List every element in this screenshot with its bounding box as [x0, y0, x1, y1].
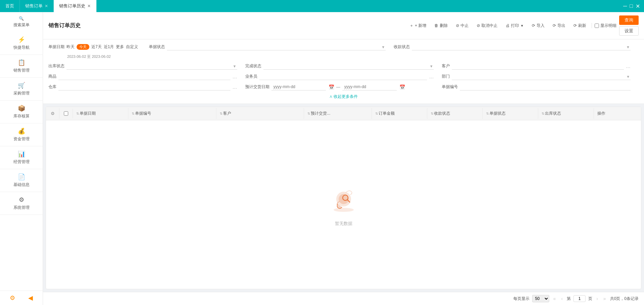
- warehouse-input[interactable]: [58, 83, 230, 90]
- delivery-date-to-input[interactable]: [342, 83, 397, 90]
- date-opt-today[interactable]: 今天: [77, 44, 89, 50]
- delivery-date-from-input[interactable]: [271, 83, 326, 90]
- show-detail-checkbox[interactable]: [595, 24, 599, 28]
- outbound-status-select[interactable]: [67, 63, 237, 70]
- th-date-icon: ⇅: [76, 112, 79, 115]
- select-all-checkbox[interactable]: [64, 111, 68, 116]
- sidebar-settings-icon[interactable]: ⚙: [10, 294, 15, 302]
- sidebar-item-base-info[interactable]: 📄 基础信息: [0, 169, 43, 192]
- sidebar-item-inventory[interactable]: 📦 库存核算: [0, 101, 43, 123]
- window-maximize-btn[interactable]: □: [630, 3, 633, 9]
- customer-input[interactable]: [452, 63, 624, 70]
- cancel-stop-button[interactable]: ⊘ 取消中止: [474, 22, 500, 30]
- th-settings[interactable]: ⚙: [46, 108, 59, 119]
- window-minimize-btn[interactable]: ─: [623, 3, 627, 9]
- salesperson-input[interactable]: [259, 73, 427, 80]
- customer-ellipsis-icon[interactable]: …: [626, 64, 631, 69]
- filter-goods-field: 商品 …: [48, 73, 237, 80]
- th-check[interactable]: [59, 109, 73, 118]
- th-delivery-label: 预计交货...: [311, 111, 330, 116]
- import-button[interactable]: ⟳ 导入: [529, 22, 547, 30]
- tab-sales-order-history[interactable]: 销售订单历史 ✕: [54, 0, 96, 12]
- filter-status-field: 单据状态 ▼: [149, 43, 386, 50]
- export-button[interactable]: ⟳ 导出: [550, 22, 568, 30]
- date-opt-7days[interactable]: 近7天: [91, 44, 102, 50]
- sidebar-item-system[interactable]: ⚙ 系统管理: [0, 192, 43, 215]
- tab-sales-order[interactable]: 销售订单 ✕: [20, 0, 54, 12]
- status-select[interactable]: [167, 43, 386, 50]
- import-icon: ⟳: [532, 23, 535, 28]
- th-customer[interactable]: ⇅ 客户: [216, 108, 304, 119]
- th-outbound-status[interactable]: ⇅ 出库状态: [538, 108, 594, 119]
- th-outbound-label: 出库状态: [545, 111, 561, 116]
- per-page-label: 每页显示: [513, 296, 529, 302]
- add-button[interactable]: ＋ + 新增: [407, 22, 429, 30]
- complete-status-select[interactable]: [263, 63, 434, 70]
- next-page-btn[interactable]: ›: [595, 295, 599, 302]
- refresh-icon: ⟳: [573, 23, 577, 28]
- delivery-date-to-cal-icon[interactable]: 📅: [399, 84, 405, 90]
- salesperson-label: 业务员: [245, 74, 257, 79]
- th-order-amount[interactable]: ⇅ 订单金额: [372, 108, 427, 119]
- sidebar-item-sales[interactable]: 📋 销售管理: [0, 55, 43, 78]
- tab-home-label: 首页: [5, 3, 14, 9]
- date-opt-1month[interactable]: 近1月: [104, 44, 114, 50]
- date-opt-custom[interactable]: 自定义: [126, 44, 138, 50]
- th-delivery-date[interactable]: ⇅ 预计交货...: [304, 108, 372, 119]
- delete-button[interactable]: 🗑 删除: [432, 22, 450, 30]
- th-date-label: 单据日期: [80, 111, 96, 116]
- page-input[interactable]: [573, 295, 586, 302]
- goods-input[interactable]: [58, 73, 230, 80]
- first-page-btn[interactable]: «: [552, 295, 557, 302]
- show-detail-label: 显示明细: [600, 23, 616, 29]
- date-opt-yesterday[interactable]: 昨天: [67, 44, 75, 50]
- last-page-btn[interactable]: »: [602, 295, 607, 302]
- sidebar-item-inventory-label: 库存核算: [13, 113, 30, 119]
- payment-status-select[interactable]: [412, 43, 631, 50]
- doc-no-input[interactable]: [460, 83, 631, 90]
- filter-salesperson-field: 业务员 …: [245, 73, 434, 80]
- warehouse-ellipsis-icon[interactable]: …: [232, 84, 237, 90]
- stop-button[interactable]: ⊘ 中止: [453, 22, 471, 30]
- th-doc-status[interactable]: ⇅ 单据状态: [483, 108, 538, 119]
- sidebar-item-purchase[interactable]: 🛒 采购管理: [0, 78, 43, 101]
- sidebar-item-finance[interactable]: 💰 资金管理: [0, 123, 43, 146]
- window-close-btn[interactable]: ✕: [636, 3, 640, 9]
- customer-label: 客户: [442, 63, 450, 69]
- th-payment-status[interactable]: ⇅ 收款状态: [427, 108, 483, 119]
- print-button[interactable]: 🖨 打印 ▼: [503, 22, 526, 30]
- settings-button[interactable]: 设置: [619, 26, 639, 36]
- sidebar-item-quick-nav[interactable]: ⚡ 快捷导航: [0, 32, 43, 55]
- tab-sales-order-history-close[interactable]: ✕: [87, 4, 91, 8]
- sidebar-search[interactable]: 🔍 搜索菜单: [0, 12, 43, 32]
- th-doc-no[interactable]: ⇅ 单据编号: [128, 108, 216, 119]
- tab-sales-order-close[interactable]: ✕: [45, 4, 48, 8]
- prev-page-btn[interactable]: ‹: [560, 295, 564, 302]
- goods-ellipsis-icon[interactable]: …: [232, 74, 237, 79]
- filter-date-field: 单据日期 昨天 今天 近7天 近1月 更多 自定义: [48, 44, 138, 50]
- payment-status-label: 收款状态: [394, 44, 410, 50]
- table-footer: 每页显示 10 20 50 100 « ‹ 第 页 › » 共0页，0条记录: [43, 292, 644, 305]
- complete-status-select-wrap: ▼: [263, 63, 434, 70]
- sidebar-collapse-icon[interactable]: ◀: [28, 294, 33, 302]
- salesperson-ellipsis-icon[interactable]: …: [429, 74, 434, 79]
- show-detail-checkbox-wrap[interactable]: 显示明细: [595, 23, 616, 29]
- refresh-button[interactable]: ⟳ 刷新: [571, 22, 589, 30]
- export-icon: ⟳: [553, 23, 556, 28]
- sidebar-item-quick-nav-label: 快捷导航: [13, 45, 30, 50]
- date-opt-more[interactable]: 更多: [116, 44, 124, 50]
- filter-row-1: 单据日期 昨天 今天 近7天 近1月 更多 自定义 单据状态 ▼: [48, 43, 639, 50]
- collapse-btn[interactable]: ∧ 收起更多条件: [329, 94, 358, 100]
- per-page-select[interactable]: 10 20 50 100: [532, 295, 549, 302]
- th-date[interactable]: ⇅ 单据日期: [73, 108, 128, 119]
- delivery-date-from-cal-icon[interactable]: 📅: [329, 84, 334, 90]
- outbound-status-label: 出库状态: [48, 63, 65, 69]
- inventory-icon: 📦: [18, 105, 25, 112]
- quick-nav-icon: ⚡: [18, 36, 25, 43]
- query-button[interactable]: 查询: [619, 15, 639, 25]
- purchase-icon: 🛒: [18, 82, 25, 89]
- date-range-display: 2023-06-02 至 2023-06-02: [67, 54, 111, 59]
- sidebar-item-operations[interactable]: 📊 经营管理: [0, 146, 43, 169]
- department-select[interactable]: [452, 73, 631, 80]
- tab-home[interactable]: 首页: [0, 0, 20, 12]
